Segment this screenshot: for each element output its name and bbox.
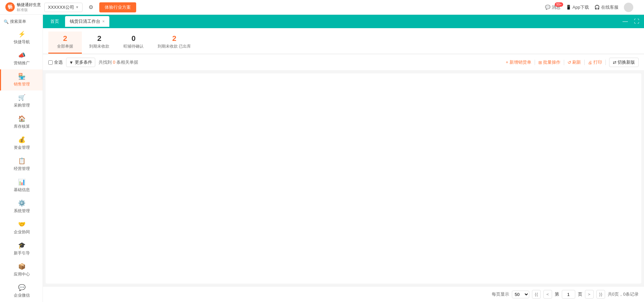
- sidebar-label-app-center: 应用中心: [14, 271, 30, 277]
- filter-button[interactable]: ▼ 更多条件: [66, 58, 95, 67]
- sidebar-item-quick-nav[interactable]: ⚡ 快捷导航: [0, 27, 43, 48]
- operations-icon: 📋: [18, 157, 25, 165]
- result-suffix: 条相关单据: [116, 60, 138, 65]
- user-avatar[interactable]: [624, 3, 633, 12]
- basic-info-icon: 📊: [18, 178, 25, 186]
- message-badge: 99+: [555, 2, 563, 7]
- batch-operation-button[interactable]: ⊞ 批量操作: [538, 59, 560, 65]
- sidebar-item-operations[interactable]: 📋 经营管理: [0, 154, 43, 175]
- sidebar-search[interactable]: 🔍 搜索菜单: [0, 15, 43, 27]
- sidebar-item-finance[interactable]: 💰 资金管理: [0, 133, 43, 154]
- service-icon: 🎧: [594, 5, 600, 10]
- sidebar-item-wechat[interactable]: 💬 企业微信: [0, 281, 43, 302]
- switch-new-version-button[interactable]: ⇄ 切换新版: [609, 58, 639, 67]
- sidebar-item-system[interactable]: ⚙️ 系统管理: [0, 196, 43, 217]
- tab-label: 钱货日清工作台: [70, 18, 100, 24]
- sidebar-label-guide: 新手引导: [14, 250, 30, 256]
- sidebar-label-quick-nav: 快捷导航: [14, 39, 30, 45]
- toolbar: 全选 ▼ 更多条件 共找到 0 条相关单据 + 新增销货单 ⊞ 批量操作: [43, 54, 644, 71]
- toolbar-divider-2: [564, 60, 564, 65]
- stat-tab-overdue-out[interactable]: 2 到期未收款 已出库: [151, 32, 198, 54]
- logo-area: 畅 畅捷通好生意 标准版: [5, 2, 41, 12]
- stat-label-overdue-out: 到期未收款 已出库: [158, 44, 191, 49]
- stat-tab-overdue[interactable]: 2 到期未收款: [83, 32, 116, 54]
- top-bar: 畅 畅捷通好生意 标准版 XXXXXX公司 ▼ ⚙ 体验行业方案 💬 消息 99…: [0, 0, 644, 15]
- sidebar-label-marketing: 营销推广: [14, 60, 30, 66]
- print-label: 打印: [593, 59, 602, 65]
- download-icon: 📱: [566, 5, 571, 10]
- stat-tab-all[interactable]: 2 全部单据: [48, 32, 82, 54]
- switch-icon: ⇄: [613, 60, 616, 65]
- tab-bar: 首页 钱货日清工作台 × — ⛶: [43, 15, 644, 28]
- page-content: 2 全部单据 2 到期未收款 0 旺辅待确认 2 到期未收款 已出库: [43, 28, 644, 302]
- result-prefix: 共找到: [99, 60, 112, 65]
- sidebar-item-inventory[interactable]: 🏠 库存核算: [0, 112, 43, 133]
- online-service-item[interactable]: 🎧 在线客服: [594, 4, 619, 10]
- marketing-icon: 📣: [18, 52, 25, 59]
- stat-tab-pending[interactable]: 0 旺辅待确认: [117, 32, 150, 54]
- sidebar-item-marketing[interactable]: 📣 营销推广: [0, 48, 43, 69]
- refresh-icon: ↺: [568, 60, 571, 65]
- system-icon: ⚙️: [18, 199, 25, 207]
- next-page-button[interactable]: ＞: [585, 290, 594, 299]
- select-all-checkbox[interactable]: 全选: [48, 59, 63, 65]
- sidebar-item-guide[interactable]: 🎓 新手引导: [0, 238, 43, 259]
- refresh-label: 刷新: [572, 59, 581, 65]
- toolbar-divider-1: [535, 60, 535, 65]
- inventory-icon: 🏠: [18, 115, 25, 122]
- tab-current[interactable]: 钱货日清工作台 ×: [65, 16, 109, 27]
- guide-icon: 🎓: [18, 242, 25, 249]
- wechat-icon: 💬: [18, 284, 25, 291]
- finance-icon: 💰: [18, 136, 25, 143]
- tab-bar-actions: — ⛶: [621, 18, 641, 25]
- sidebar-item-app-center[interactable]: 📦 应用中心: [0, 259, 43, 281]
- page-suffix: 页: [578, 291, 582, 297]
- tab-minimize-icon[interactable]: —: [621, 18, 630, 25]
- page-total: 共0页，0条记录: [608, 291, 639, 297]
- top-bar-left: 畅 畅捷通好生意 标准版 XXXXXX公司 ▼ ⚙ 体验行业方案: [5, 2, 136, 12]
- sidebar-label-system: 系统管理: [14, 208, 30, 214]
- select-all-input[interactable]: [48, 60, 53, 65]
- first-page-button[interactable]: ⟨⟨: [532, 290, 541, 299]
- prev-page-button[interactable]: ＜: [543, 290, 552, 299]
- per-page-label: 每页显示: [492, 291, 509, 297]
- message-item[interactable]: 💬 消息 99+: [545, 4, 560, 10]
- tab-home[interactable]: 首页: [46, 16, 64, 26]
- stat-label-all: 全部单据: [57, 44, 73, 49]
- add-sales-order-button[interactable]: + 新增销货单: [506, 59, 531, 65]
- settings-icon[interactable]: ⚙: [86, 2, 96, 12]
- layout: 🔍 搜索菜单 ⚡ 快捷导航 📣 营销推广 🏪 销售管理 🛒 采购管理 🏠 库存核…: [0, 15, 644, 302]
- sidebar-item-basic-info[interactable]: 📊 基础信息: [0, 175, 43, 196]
- page-number-input[interactable]: [562, 290, 575, 299]
- app-download-label: App下载: [573, 4, 589, 10]
- company-selector[interactable]: XXXXXX公司 ▼: [44, 3, 83, 12]
- stat-count-pending: 0: [131, 34, 136, 43]
- online-service-label: 在线客服: [601, 4, 619, 10]
- print-icon: 🖨: [588, 60, 592, 65]
- sales-icon: 🏪: [18, 73, 25, 80]
- main-content: 首页 钱货日清工作台 × — ⛶ 2 全部单据 2 到期未收款: [43, 15, 644, 302]
- switch-label: 切换新版: [618, 59, 635, 65]
- trial-button[interactable]: 体验行业方案: [99, 2, 136, 12]
- dropdown-arrow-icon: ▼: [75, 5, 79, 9]
- search-icon: 🔍: [4, 19, 9, 24]
- sidebar-item-enterprise[interactable]: 🤝 企业协同: [0, 217, 43, 238]
- app-name: 畅捷通好生意: [17, 2, 41, 8]
- top-bar-right: 💬 消息 99+ 📱 App下载 🎧 在线客服: [545, 3, 639, 12]
- sidebar-item-sales[interactable]: 🏪 销售管理: [0, 69, 43, 90]
- app-download-item[interactable]: 📱 App下载: [566, 4, 589, 10]
- tab-close-icon[interactable]: ×: [102, 19, 105, 24]
- toolbar-divider-4: [605, 60, 606, 65]
- pagination: 每页显示 50 10 20 100 ⟨⟨ ＜ 第 页 ＞ ⟩⟩ 共0页，0条记录: [43, 286, 644, 302]
- print-button[interactable]: 🖨 打印: [588, 59, 602, 65]
- sidebar-item-purchase[interactable]: 🛒 采购管理: [0, 90, 43, 112]
- refresh-button[interactable]: ↺ 刷新: [568, 59, 581, 65]
- filter-icon: ▼: [69, 60, 73, 65]
- tab-expand-icon[interactable]: ⛶: [632, 18, 641, 25]
- select-all-label: 全选: [54, 59, 63, 65]
- batch-label: 批量操作: [543, 59, 560, 65]
- sidebar-label-basic-info: 基础信息: [14, 187, 30, 193]
- last-page-button[interactable]: ⟩⟩: [596, 290, 605, 299]
- app-sub: 标准版: [17, 7, 41, 12]
- per-page-select[interactable]: 50 10 20 100: [512, 291, 529, 298]
